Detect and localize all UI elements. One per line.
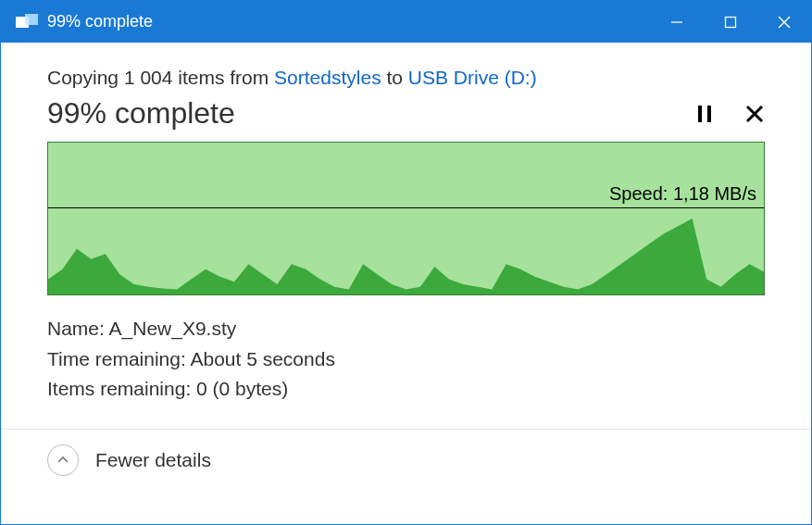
summary-mid: to xyxy=(381,67,408,88)
maximize-button[interactable] xyxy=(704,1,757,43)
source-link[interactable]: Sortedstyles xyxy=(274,67,381,88)
svg-rect-2 xyxy=(25,17,29,25)
details-toggle[interactable]: Fewer details xyxy=(47,430,765,493)
detail-name-row: Name: A_New_X9.sty xyxy=(47,314,765,344)
details-block: Name: A_New_X9.sty Time remaining: About… xyxy=(47,314,765,405)
detail-items-label: Items remaining: xyxy=(47,378,196,399)
detail-items-row: Items remaining: 0 (0 bytes) xyxy=(47,374,765,405)
close-button[interactable] xyxy=(757,1,811,43)
dialog-content: Copying 1 004 items from Sortedstyles to… xyxy=(1,43,811,524)
cancel-button[interactable] xyxy=(744,104,765,124)
svg-rect-7 xyxy=(698,106,702,122)
detail-items-value: 0 (0 bytes) xyxy=(196,378,288,399)
titlebar: 99% complete xyxy=(1,1,811,43)
detail-time-row: Time remaining: About 5 seconds xyxy=(47,344,765,375)
file-copy-dialog: 99% complete Copying 1 004 items from So… xyxy=(0,0,812,525)
operation-summary: Copying 1 004 items from Sortedstyles to… xyxy=(47,67,765,89)
chevron-up-icon xyxy=(47,444,79,476)
detail-name-label: Name: xyxy=(47,318,109,339)
minimize-button[interactable] xyxy=(650,1,704,43)
speed-chart: Speed: 1,18 MB/s xyxy=(47,142,765,295)
copy-progress-icon xyxy=(16,14,38,31)
summary-prefix: Copying 1 004 items from xyxy=(47,67,274,88)
detail-time-value: About 5 seconds xyxy=(190,348,334,369)
window-title: 99% complete xyxy=(47,12,153,31)
svg-rect-8 xyxy=(707,106,711,122)
svg-rect-4 xyxy=(726,17,736,27)
speed-label: Speed: 1,18 MB/s xyxy=(609,183,756,205)
pause-button[interactable] xyxy=(696,104,713,124)
detail-name-value: A_New_X9.sty xyxy=(109,318,237,339)
average-speed-line xyxy=(48,207,764,208)
detail-time-label: Time remaining: xyxy=(47,348,190,369)
details-toggle-label: Fewer details xyxy=(95,449,211,471)
destination-link[interactable]: USB Drive (D:) xyxy=(408,67,537,88)
progress-headline: 99% complete xyxy=(47,96,235,131)
speed-area-plot xyxy=(48,143,764,294)
